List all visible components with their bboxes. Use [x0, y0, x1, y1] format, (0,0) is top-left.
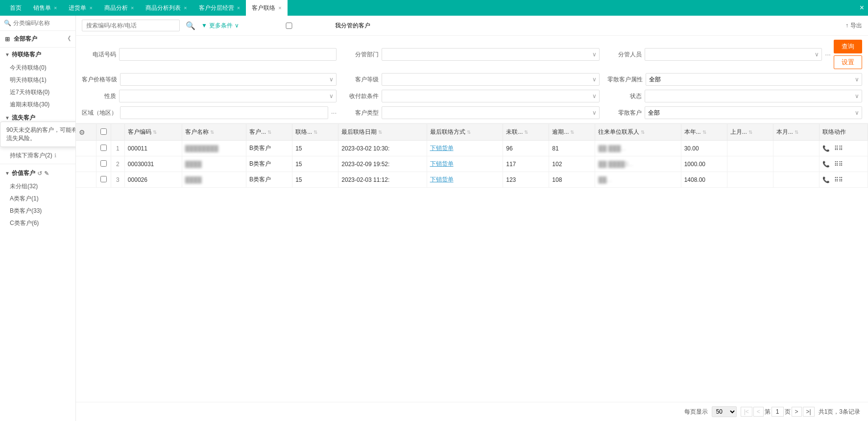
- sidebar-item-week-contact[interactable]: 近7天待联络(0): [0, 86, 75, 99]
- price-level-select-wrapper: ∨: [120, 73, 337, 86]
- scatter-attr-select[interactable]: 全部: [646, 73, 862, 86]
- this-year-header[interactable]: 本年...⇅: [681, 124, 727, 141]
- row1-phone-icon[interactable]: 📞: [822, 145, 830, 152]
- refresh-icon[interactable]: ↺: [37, 170, 42, 177]
- row3-select[interactable]: [100, 176, 107, 182]
- last-contact-date-header[interactable]: 最后联络日期⇅: [338, 124, 427, 141]
- page-size-select[interactable]: 20 50 100: [712, 406, 737, 417]
- search-input[interactable]: [82, 20, 180, 31]
- nav-tab-customer-contact[interactable]: 客户联络 ×: [246, 0, 287, 16]
- row3-more-icon[interactable]: ⠿⠿: [834, 176, 843, 183]
- close-purchase-tab[interactable]: ×: [89, 5, 92, 11]
- next-page-btn[interactable]: >: [792, 407, 802, 417]
- nav-tab-goods-analysis[interactable]: 商品分析 ×: [98, 0, 140, 16]
- row2-last-contact-method[interactable]: 下销货单: [427, 156, 503, 172]
- sidebar-item-today-contact[interactable]: 今天待联络(0): [0, 62, 75, 74]
- payment-row: 收付款条件 ∨: [344, 90, 599, 102]
- row3-checkbox[interactable]: [96, 172, 111, 188]
- row2-phone-icon[interactable]: 📞: [822, 161, 830, 168]
- horizontal-scrollbar[interactable]: [76, 396, 868, 402]
- payment-select[interactable]: [382, 90, 599, 102]
- scatter-customer-select[interactable]: 全部: [645, 106, 862, 119]
- sidebar-item-ungroup[interactable]: 未分组(32): [0, 180, 75, 193]
- payment-wrapper: ∨: [382, 90, 599, 102]
- price-level-select[interactable]: [120, 73, 337, 86]
- dept-select[interactable]: [382, 48, 599, 61]
- nav-tab-purchase[interactable]: 进货单 ×: [63, 0, 98, 16]
- query-button[interactable]: 查询: [834, 40, 862, 53]
- manager-dots[interactable]: ···: [825, 50, 831, 58]
- overdue-header[interactable]: 逾期...⇅: [549, 124, 595, 141]
- unit-contact-header[interactable]: 往来单位联系人⇅: [595, 124, 681, 141]
- nav-tab-sales[interactable]: 销售单 ×: [27, 0, 63, 16]
- row3-method-link[interactable]: 下销货单: [430, 176, 454, 183]
- close-customer-segment-tab[interactable]: ×: [237, 5, 240, 11]
- row3-last-contact-method[interactable]: 下销货单: [427, 172, 503, 188]
- sidebar-search-area: 🔍: [0, 16, 75, 31]
- un-contact-header[interactable]: 未联...⇅: [503, 124, 549, 141]
- this-month-header[interactable]: 本月...⇅: [773, 124, 819, 141]
- sidebar-group-value-customers[interactable]: ▼ 价值客户 ↺ ✎: [0, 166, 75, 180]
- row1-more-icon[interactable]: ⠿⠿: [834, 145, 843, 152]
- sidebar-collapse-btn[interactable]: 《: [65, 35, 71, 43]
- gear-icon[interactable]: ⚙: [79, 128, 85, 136]
- row1-select[interactable]: [100, 145, 107, 151]
- nav-tab-home[interactable]: 首页: [4, 0, 27, 16]
- sidebar-search-input[interactable]: [13, 20, 72, 26]
- setting-button[interactable]: 设置: [834, 55, 862, 69]
- sidebar-item-tomorrow-contact[interactable]: 明天待联络(1): [0, 74, 75, 86]
- sidebar-group-pending-contact[interactable]: ▼ 待联络客户: [0, 48, 75, 62]
- last-contact-method-header[interactable]: 最后联络方式⇅: [427, 124, 503, 141]
- row2-select[interactable]: [100, 160, 107, 167]
- manager-select[interactable]: [645, 48, 822, 61]
- prev-page-btn[interactable]: <: [753, 407, 764, 417]
- checkbox-header[interactable]: [96, 124, 111, 141]
- close-goods-analysis-list-tab[interactable]: ×: [184, 5, 187, 11]
- last-month-header[interactable]: 上月...⇅: [727, 124, 773, 141]
- close-goods-analysis-tab[interactable]: ×: [131, 5, 134, 11]
- nav-tab-customer-segment[interactable]: 客户分层经营 ×: [193, 0, 246, 16]
- name-header[interactable]: 客户名称⇅: [182, 124, 246, 141]
- select-all-checkbox[interactable]: [100, 128, 107, 135]
- search-button[interactable]: 🔍: [186, 21, 195, 30]
- my-customers-checkbox[interactable]: [245, 23, 333, 29]
- row3-last-month: [727, 172, 773, 188]
- row2-method-link[interactable]: 下销货单: [430, 160, 454, 167]
- row1-last-contact-method[interactable]: 下销货单: [427, 141, 503, 156]
- nature-select[interactable]: [119, 90, 337, 102]
- row2-gear: [76, 156, 96, 172]
- row3-gear: [76, 172, 96, 188]
- sidebar-item-overdue-contact[interactable]: 逾期未联络(30): [0, 99, 75, 111]
- status-select[interactable]: [645, 90, 862, 102]
- first-page-btn[interactable]: |<: [741, 407, 752, 417]
- last-page-btn[interactable]: >|: [803, 407, 815, 417]
- region-dots[interactable]: ···: [331, 109, 337, 117]
- contact-header[interactable]: 联络...⇅: [292, 124, 338, 141]
- sidebar-item-c-class[interactable]: C类客户(6): [0, 217, 75, 229]
- nav-tab-goods-analysis-list[interactable]: 商品分析列表 ×: [140, 0, 193, 16]
- sidebar-item-a-class[interactable]: A类客户(1): [0, 193, 75, 205]
- customer-type-select[interactable]: [382, 106, 599, 119]
- row1-checkbox[interactable]: [96, 141, 111, 156]
- edit-icon[interactable]: ✎: [44, 170, 49, 177]
- phone-input[interactable]: [119, 48, 337, 61]
- sidebar-item-converting-down[interactable]: 持续下滑客户(2) ℹ: [0, 149, 75, 162]
- customer-level-select[interactable]: [382, 73, 599, 86]
- row2-more-icon[interactable]: ⠿⠿: [834, 161, 843, 168]
- close-sales-tab[interactable]: ×: [54, 5, 57, 11]
- row3-phone-icon[interactable]: 📞: [822, 176, 830, 183]
- my-customers-checkbox-label[interactable]: 我分管的客户: [245, 22, 370, 30]
- code-header[interactable]: 客户编码⇅: [124, 124, 182, 141]
- export-btn[interactable]: ↑ 导出: [845, 22, 862, 30]
- advanced-search-panel: 电话号码 分管部门 ∨ 分管人员 ∨ ··· 查询 设置: [76, 36, 868, 124]
- close-all-btn[interactable]: ×: [860, 3, 864, 12]
- region-input[interactable]: [120, 106, 328, 119]
- close-customer-contact-tab[interactable]: ×: [278, 5, 281, 11]
- dept-label: 分管部门: [344, 50, 379, 59]
- sidebar-item-b-class[interactable]: B类客户(33): [0, 205, 75, 217]
- type-header[interactable]: 客户...⇅: [246, 124, 292, 141]
- row2-checkbox[interactable]: [96, 156, 111, 172]
- gear-header[interactable]: ⚙: [76, 124, 96, 141]
- filter-more-btn[interactable]: ▼ 更多条件 ∨: [201, 22, 239, 30]
- row1-method-link[interactable]: 下销货单: [430, 145, 454, 151]
